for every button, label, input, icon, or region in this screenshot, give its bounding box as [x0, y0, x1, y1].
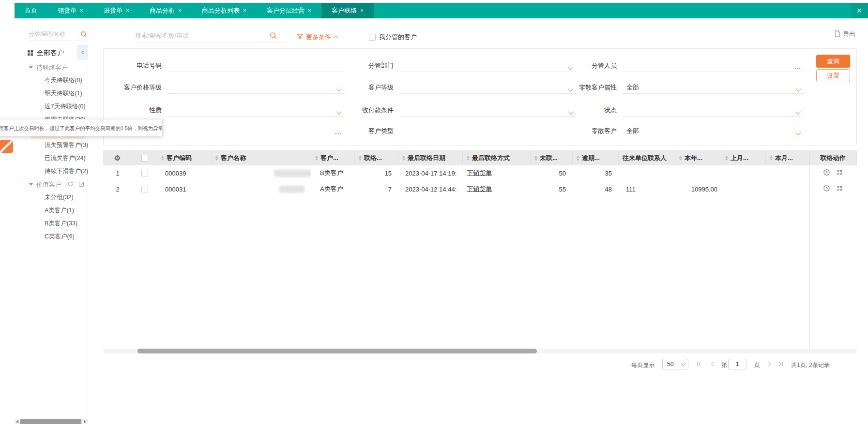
search-icon[interactable] — [270, 32, 277, 41]
followup-icon[interactable] — [823, 169, 830, 177]
column-header-last_month[interactable]: 上月... — [721, 150, 766, 165]
sort-icon[interactable] — [215, 156, 218, 161]
filter-input-underline[interactable] — [400, 116, 577, 117]
column-header-uncontacted[interactable]: 未联... — [531, 150, 573, 165]
chevron-down-icon[interactable] — [795, 130, 801, 135]
sort-icon[interactable] — [402, 156, 405, 161]
column-header-gear[interactable]: ⚙ — [103, 150, 132, 165]
settings-button[interactable]: 设置 — [816, 69, 850, 82]
column-header-overdue[interactable]: 逾期... — [573, 150, 619, 165]
tab-close-icon[interactable]: × — [308, 7, 311, 14]
my-customers-checkbox[interactable] — [369, 34, 376, 41]
column-header-grade[interactable]: 客户... — [311, 150, 355, 165]
more-actions-icon[interactable] — [836, 169, 843, 177]
sort-icon[interactable] — [725, 156, 728, 161]
column-header-last_method[interactable]: 最后联络方式 — [463, 150, 531, 165]
column-header-name[interactable]: 客户名称 — [212, 150, 311, 165]
more-conditions-toggle[interactable]: 更多条件 — [297, 33, 338, 42]
filter-input-underline[interactable] — [168, 137, 345, 137]
scrollbar-thumb[interactable] — [20, 419, 81, 424]
tab-item[interactable]: 首页 — [15, 3, 47, 18]
column-header-last_date[interactable]: 最后联络日期 — [398, 150, 463, 165]
sort-icon[interactable] — [577, 156, 579, 161]
close-icon[interactable]: ✕ — [851, 3, 868, 18]
sidebar-item[interactable]: 流失预警客户(3)? — [15, 139, 88, 152]
next-page-icon[interactable] — [766, 361, 773, 369]
refresh-icon[interactable] — [67, 181, 74, 189]
last-method-link[interactable]: 下销货单 — [467, 185, 492, 193]
tab-close-icon[interactable]: × — [360, 7, 364, 14]
sidebar-item[interactable]: C类客户(6) — [15, 230, 88, 243]
export-button[interactable]: 导出 — [834, 30, 855, 39]
floating-widget[interactable] — [0, 140, 13, 153]
tab-close-icon[interactable]: × — [80, 7, 83, 14]
sort-icon[interactable] — [679, 156, 682, 161]
last-method-link[interactable]: 下销货单 — [467, 169, 492, 177]
sidebar-item[interactable]: 未分组(32) — [15, 191, 88, 204]
filter-input-underline[interactable] — [168, 93, 345, 94]
filter-input-underline[interactable] — [623, 137, 804, 137]
filter-input-underline[interactable] — [400, 93, 577, 94]
tab-item[interactable]: 商品分析列表× — [192, 3, 257, 18]
sidebar-group[interactable]: 价值客户 — [15, 178, 88, 191]
row-checkbox[interactable] — [141, 186, 148, 192]
tab-close-icon[interactable]: × — [126, 7, 129, 14]
scroll-left-icon[interactable] — [16, 420, 18, 424]
sidebar-group[interactable]: 待联络客户 — [15, 61, 88, 74]
sort-icon[interactable] — [534, 156, 537, 161]
tab-item[interactable]: 销货单× — [47, 3, 93, 18]
customer-search-input[interactable] — [134, 31, 267, 40]
sidebar-item[interactable]: B类客户(33) — [15, 217, 88, 230]
column-header-this_month[interactable]: 本月... — [766, 150, 809, 165]
sidebar-item[interactable]: 今天待联络(0) — [15, 74, 88, 87]
select-all-checkbox[interactable] — [141, 155, 148, 162]
sidebar-item-all-customers[interactable]: 全部客户 — [28, 47, 64, 59]
sidebar-item[interactable]: 已流失客户(24)? — [15, 152, 88, 165]
prev-page-icon[interactable] — [709, 361, 716, 369]
chevron-down-icon[interactable] — [795, 86, 801, 91]
my-customers-filter[interactable]: 我分管的客户 — [369, 33, 417, 42]
last-page-icon[interactable] — [777, 361, 784, 369]
column-header-this_year[interactable]: 本年... — [675, 150, 721, 165]
sort-icon[interactable] — [359, 156, 362, 161]
tab-close-icon[interactable]: × — [178, 7, 182, 14]
column-header-code[interactable]: 客户编码 — [157, 150, 212, 165]
query-button[interactable]: 查询 — [816, 55, 850, 68]
sidebar-collapse-button[interactable]: « — [77, 45, 88, 59]
tab-item[interactable]: 进货单× — [93, 3, 139, 18]
edit-icon[interactable] — [78, 181, 85, 189]
tab-active[interactable]: 客户联络× — [321, 3, 374, 18]
category-search-input[interactable] — [28, 30, 76, 38]
more-actions-icon[interactable] — [836, 185, 843, 193]
tab-item[interactable]: 商品分析× — [139, 3, 192, 18]
table-row[interactable]: 2000031A类客户72023-04-12 14:44:下销货单5548111… — [103, 181, 857, 197]
column-header-contact_count[interactable]: 联络... — [355, 150, 398, 165]
horizontal-scrollbar[interactable] — [103, 349, 857, 353]
sidebar-item[interactable]: A类客户(1) — [15, 204, 88, 217]
followup-icon[interactable] — [823, 185, 830, 193]
tab-close-icon[interactable]: × — [243, 7, 246, 14]
sidebar-item[interactable]: 近7天待联络(0) — [15, 100, 88, 113]
search-icon[interactable] — [80, 31, 87, 40]
sidebar-scrollbar[interactable] — [15, 419, 88, 424]
gear-icon[interactable]: ⚙ — [114, 154, 121, 162]
chevron-down-icon[interactable] — [795, 109, 801, 114]
column-header-check[interactable] — [132, 150, 157, 165]
table-row[interactable]: 1000039B类客户152023-04-17 14:19:下销货单5035 — [103, 165, 857, 181]
sort-icon[interactable] — [467, 156, 470, 161]
row-checkbox[interactable] — [141, 170, 148, 176]
filter-input-underline[interactable] — [168, 116, 345, 117]
filter-input-underline[interactable] — [623, 93, 804, 94]
sort-icon[interactable] — [161, 156, 164, 161]
filter-input-underline[interactable] — [623, 116, 804, 117]
filter-input-underline[interactable] — [400, 137, 577, 137]
more-options-icon[interactable]: ... — [794, 63, 801, 70]
filter-input-underline[interactable] — [400, 72, 577, 72]
page-size-select[interactable]: 50 — [662, 359, 688, 369]
filter-input-underline[interactable] — [623, 72, 804, 72]
sort-icon[interactable] — [315, 156, 318, 161]
filter-input-underline[interactable] — [168, 72, 345, 72]
page-number-input[interactable] — [728, 359, 746, 369]
sort-icon[interactable] — [770, 156, 773, 161]
scroll-right-icon[interactable] — [84, 420, 86, 424]
